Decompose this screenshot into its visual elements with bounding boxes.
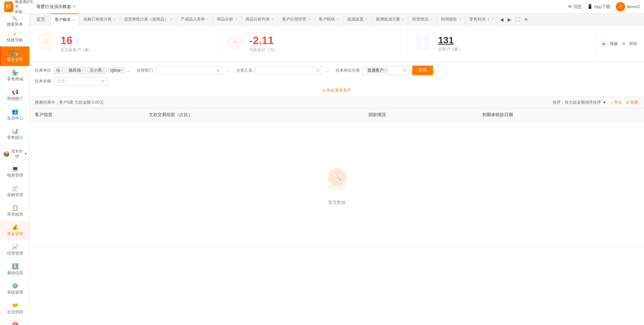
query-button[interactable]: 查询 xyxy=(412,66,433,75)
filter-tag-wu[interactable]: 伍 × xyxy=(54,67,65,74)
dept-label: 分管部门 xyxy=(137,68,153,73)
tab-bar: 首页 客户账本 × 采购订单统计表 × 进货单统计表（按商品） × 产成品入库单… xyxy=(30,13,644,26)
tab-operations-close[interactable]: × xyxy=(430,17,432,21)
manager-dots[interactable]: ... xyxy=(325,68,329,73)
filter-tag-chen-close[interactable]: × xyxy=(82,69,84,72)
svg-rect-10 xyxy=(333,182,335,187)
quick-nav-btn[interactable]: ⚡ 快捷导航 xyxy=(0,30,29,45)
refresh-button[interactable]: ↺ 刷新 xyxy=(626,100,639,105)
tab-customer-segment-close[interactable]: × xyxy=(308,17,310,21)
tab-retail-profit-close[interactable]: × xyxy=(491,17,493,21)
tab-customer-segment[interactable]: 客户分层经营 × xyxy=(278,13,315,26)
sort-label: 排序：按欠款金额倒序排序 xyxy=(553,100,601,105)
tab-profit-report[interactable]: 利润报告 × xyxy=(437,13,465,26)
tab-purchase-order[interactable]: 采购订单统计表 × xyxy=(79,13,120,26)
filter-tags: 伍 × 陈民强 × 王小亮 × xyxy=(54,67,130,74)
filter-tag-wang-close[interactable]: × xyxy=(102,69,104,72)
messages-btn[interactable]: ✉ 消息 xyxy=(568,4,582,10)
sidebar-item-system[interactable]: ⚙️ 系统管理 xyxy=(0,279,29,299)
filter-tag-wangxiaoliang[interactable]: 王小亮 × xyxy=(87,67,107,74)
tab-new-promotion-close[interactable]: × xyxy=(402,17,404,21)
tab-operations[interactable]: 经营情况 × xyxy=(408,13,437,26)
sidebar-item-retail-shop[interactable]: 🏪 零售商城 xyxy=(0,66,29,85)
unit-type-select[interactable]: 普通客户 × ▼ xyxy=(362,66,410,75)
capital-icon: 💰 xyxy=(12,224,18,230)
tab-retail-profit[interactable]: 零售利润（ × xyxy=(465,13,498,26)
sidebar-item-inventory[interactable]: 📋 库存核算 xyxy=(0,201,29,221)
inventory-icon: 📋 xyxy=(12,205,18,211)
sidebar-item-basic-info[interactable]: ℹ️ 基础信息 xyxy=(0,260,29,279)
sidebar-item-purchase[interactable]: 🛒 采购管理 xyxy=(0,182,29,201)
top-bar-right: ✉ 消息 📱 App下载 d demo2 xyxy=(568,2,640,11)
new-guide-icon: 🎯 xyxy=(12,322,18,325)
manager-select[interactable]: ▼ xyxy=(255,66,322,75)
tab-product-analysis[interactable]: 商品分析 × xyxy=(213,13,242,26)
tab-purchase-close[interactable]: × xyxy=(114,17,116,21)
balance-select[interactable]: 选择... ▼ xyxy=(54,77,108,85)
tab-scroll-right[interactable]: ▶ xyxy=(506,17,513,22)
collapse-button[interactable]: ∧ 收起更多条件 xyxy=(35,87,639,93)
logo-area: 好 畅捷通好生意 标版 xyxy=(4,0,34,14)
sidebar-item-member[interactable]: 👥 会员中心 xyxy=(0,105,29,124)
sidebar-item-ecommerce[interactable]: 💻 电商管理 xyxy=(0,162,29,182)
sidebar-item-wholesale[interactable]: 📦 批发管理 ▼ xyxy=(0,145,29,162)
sidebar-item-operations[interactable]: 📈 经营管理 xyxy=(0,240,29,260)
tab-product-analysis-list[interactable]: 商品分析列表 × xyxy=(242,13,278,26)
system-icon: ⚙️ xyxy=(12,283,18,289)
tab-promotion-settings[interactable]: 提成设置 × xyxy=(343,13,372,26)
tab-promotion-settings-close[interactable]: × xyxy=(366,17,368,21)
account-dropdown-arrow: ▼ xyxy=(73,5,76,8)
main-layout: 🔍 搜索菜单 ⚡ 快捷导航 🛍️ 零售管理 🏪 零售商城 📢 营销推广 👥 xyxy=(0,13,644,325)
tab-new-promotion[interactable]: 新增提成方案 × xyxy=(372,13,409,26)
sort-button[interactable]: 排序：按欠款金额倒序排序 ▼ xyxy=(553,100,606,105)
empty-state: 🔍 暂无数据 xyxy=(30,142,644,226)
account-selector[interactable]: 母婴行业演示账套 ▼ xyxy=(34,4,79,10)
tab-product-inbound-close[interactable]: × xyxy=(207,17,209,21)
svg-text:¥: ¥ xyxy=(44,37,49,46)
dept-dots[interactable]: ... xyxy=(225,68,229,73)
empty-state-row: 🔍 暂无数据 xyxy=(30,121,644,246)
sidebar-item-enterprise-coop[interactable]: 🤝 企业协同 xyxy=(0,299,29,318)
tab-home[interactable]: 首页 xyxy=(31,13,51,26)
unit-type-close[interactable]: × xyxy=(384,69,386,72)
marketing-icon: 📢 xyxy=(12,89,18,95)
tab-accounts-close[interactable]: × xyxy=(73,18,75,22)
filter-tag-wu-close[interactable]: × xyxy=(61,69,63,72)
col-customer-info: 客户信息 xyxy=(30,108,143,121)
retail-mgmt-icon: 🛍️ xyxy=(12,50,18,56)
filter-tag-cjttcw[interactable]: cjttcw × xyxy=(108,67,126,73)
tab-scroll-left[interactable]: ◀ xyxy=(498,17,506,22)
dept-select[interactable]: ▼ xyxy=(156,66,223,75)
wholesale-expand-icon: ▼ xyxy=(24,152,27,155)
tab-profit-report-close[interactable]: × xyxy=(459,17,461,21)
tab-product-analysis-list-close[interactable]: × xyxy=(272,17,274,21)
sidebar-item-marketing[interactable]: 📢 营销推广 xyxy=(0,85,29,105)
tab-customer-contact-close[interactable]: × xyxy=(337,17,339,21)
search-menu-btn[interactable]: 🔍 搜索菜单 xyxy=(0,13,29,30)
sidebar-item-new-guide[interactable]: 🎯 新手引导 xyxy=(0,318,29,325)
tab-product-analysis-close[interactable]: × xyxy=(235,17,237,21)
user-area[interactable]: d demo2 xyxy=(616,2,640,11)
tab-maximize[interactable]: ⛶ xyxy=(513,17,522,22)
stat-total-customers: 131 总客户（家） xyxy=(407,29,596,59)
sidebar-item-retail-stats[interactable]: 📊 零售统计 xyxy=(0,124,29,144)
tab-customer-contact[interactable]: 客户联络 × xyxy=(315,13,343,26)
filter-more-btn[interactable]: ... xyxy=(127,68,130,73)
logo-text: 畅捷通好生意 标版 xyxy=(15,0,34,14)
manager-label: 分管人员 xyxy=(236,68,252,73)
tab-accounts[interactable]: 客户账本 × xyxy=(51,13,79,26)
tab-close-all[interactable]: ✕ xyxy=(522,17,530,22)
tab-inbound-close[interactable]: × xyxy=(170,17,172,21)
svg-point-12 xyxy=(333,174,335,176)
export-button[interactable]: ↑ 导出 xyxy=(610,100,622,105)
sidebar-item-retail-mgmt[interactable]: 🛍️ 零售管理 xyxy=(0,46,29,66)
tab-product-inbound[interactable]: 产成品入库单 × xyxy=(177,13,213,26)
app-download-btn[interactable]: 📱 App下载 xyxy=(587,4,610,10)
filter-tag-chenminqiang[interactable]: 陈民强 × xyxy=(67,67,86,74)
debt-customers-bg-icon: ¥ xyxy=(36,32,56,52)
filter-tag-cjttcw-close[interactable]: × xyxy=(121,69,123,72)
tab-inbound-stats[interactable]: 进货单统计表（按商品） × xyxy=(120,13,177,26)
filter-section: 往来单位 伍 × 陈民强 × 王小亮 xyxy=(30,62,644,97)
sidebar-item-capital[interactable]: 💰 资金管理 xyxy=(0,221,29,240)
stat-total-debt-customers: ¥ 16 总欠款客户（家） xyxy=(30,29,218,59)
